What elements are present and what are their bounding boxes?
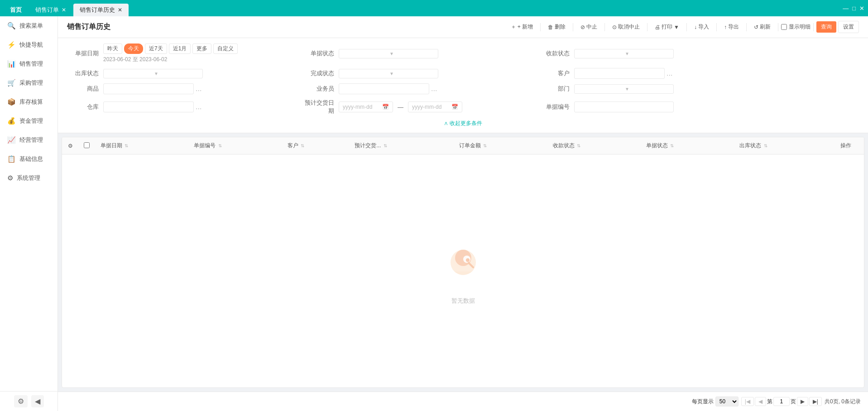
- date-btn-custom[interactable]: 自定义: [213, 44, 238, 54]
- prev-page-btn[interactable]: ◀: [755, 397, 766, 406]
- new-icon: ＋: [511, 23, 516, 31]
- col-out-status[interactable]: 出库状态 ⇅: [734, 137, 828, 155]
- sidebar-item-inventory-calc[interactable]: 📦 库存核算: [0, 92, 58, 111]
- payment-status-select[interactable]: ▼: [574, 49, 674, 58]
- col-expected-delivery[interactable]: 预计交货... ⇅: [349, 137, 454, 155]
- salesman-label: 业务员: [302, 85, 339, 93]
- sidebar-search[interactable]: 🔍 搜索菜单: [0, 16, 58, 35]
- col-bill-no[interactable]: 单据编号 ⇅: [188, 137, 282, 155]
- col-payment-status[interactable]: 收款状态 ⇅: [547, 137, 641, 155]
- sidebar-item-basic-info[interactable]: 📋 基础信息: [0, 150, 58, 169]
- goods-input[interactable]: [103, 83, 194, 94]
- tab-sales-order-history-close[interactable]: ✕: [118, 7, 122, 13]
- sidebar-item-quick-nav[interactable]: ⚡ 快捷导航: [0, 35, 58, 54]
- col-out-status-label: 出库状态: [739, 142, 761, 149]
- page-label-suffix: 页: [791, 398, 796, 406]
- per-page-select[interactable]: 50 10 20 100: [715, 396, 739, 406]
- department-select[interactable]: ▼: [574, 84, 674, 94]
- new-label: + 新增: [518, 23, 533, 31]
- out-status-select[interactable]: ▼: [103, 69, 203, 78]
- sidebar-item-sales-mgmt[interactable]: 📊 销售管理: [0, 54, 58, 73]
- print-icon: 🖨: [655, 24, 660, 30]
- sidebar-item-quick-nav-label: 快捷导航: [19, 41, 43, 49]
- sort-amount-icon: ⇅: [483, 143, 487, 148]
- date-to-input[interactable]: yyyy-mm-dd 📅: [408, 102, 462, 112]
- goods-picker[interactable]: ...: [196, 85, 201, 93]
- col-check[interactable]: [78, 137, 95, 155]
- tab-home[interactable]: 首页: [4, 4, 28, 16]
- suspend-button[interactable]: ⊘ 中止: [576, 21, 602, 33]
- sidebar-collapse-btn[interactable]: ◀: [31, 395, 44, 407]
- col-customer-label: 客户: [288, 142, 298, 149]
- settings-button[interactable]: 设置: [838, 21, 859, 33]
- col-bill-no-label: 单据编号: [194, 142, 216, 149]
- refresh-button[interactable]: ↺ 刷新: [749, 21, 775, 33]
- last-page-btn[interactable]: ▶|: [809, 397, 822, 406]
- sidebar-settings-btn[interactable]: ⚙: [14, 395, 28, 407]
- col-bill-status[interactable]: 单据状态 ⇅: [641, 137, 734, 155]
- date-btn-yesterday[interactable]: 昨天: [103, 44, 122, 54]
- tab-sales-order-close[interactable]: ✕: [62, 7, 66, 13]
- query-button[interactable]: 查询: [816, 21, 836, 33]
- col-bill-date[interactable]: 单据日期 ⇅: [95, 137, 188, 155]
- delete-button[interactable]: 🗑 删除: [543, 21, 570, 33]
- window-maximize[interactable]: □: [852, 5, 856, 12]
- current-page-input[interactable]: [773, 397, 790, 406]
- sidebar-item-purchase-mgmt[interactable]: 🛒 采购管理: [0, 73, 58, 92]
- sidebar-item-operation-mgmt-label: 经营管理: [19, 136, 43, 144]
- print-button[interactable]: 🖨 打印 ▼: [650, 21, 684, 33]
- bill-status-arrow: ▼: [389, 51, 434, 56]
- sidebar-item-inventory-calc-label: 库存核算: [19, 98, 43, 106]
- collapse-conditions[interactable]: ∧ 收起更多条件: [67, 120, 859, 127]
- refresh-icon: ↺: [754, 24, 758, 30]
- date-from-input[interactable]: yyyy-mm-dd 📅: [339, 102, 393, 112]
- import-button[interactable]: ↓ 导入: [690, 21, 714, 33]
- col-order-amount[interactable]: 订单金额 ⇅: [454, 137, 547, 155]
- sidebar-item-operation-mgmt[interactable]: 📈 经营管理: [0, 131, 58, 150]
- warehouse-label: 仓库: [67, 103, 103, 111]
- empty-illustration: [441, 237, 486, 291]
- tab-sales-order[interactable]: 销售订单 ✕: [29, 4, 72, 16]
- bill-no-input[interactable]: [574, 102, 674, 112]
- sys-mgmt-icon: ⚙: [7, 174, 13, 182]
- bill-status-select[interactable]: ▼: [339, 49, 438, 58]
- complete-status-select[interactable]: ▼: [339, 69, 438, 78]
- display-detail-checkbox[interactable]: [781, 24, 787, 30]
- export-button[interactable]: ↑ 导出: [719, 21, 743, 33]
- sidebar: 🔍 搜索菜单 ⚡ 快捷导航 📊 销售管理 🛒 采购管理 📦 库存核算 💰 资金管…: [0, 16, 58, 411]
- cancel-suspend-button[interactable]: ⊙ 取消中止: [608, 21, 644, 33]
- salesman-picker[interactable]: ...: [431, 85, 437, 93]
- first-page-btn[interactable]: |◀: [741, 397, 754, 406]
- bill-no-label: 单据编号: [538, 103, 574, 111]
- col-customer[interactable]: 客户 ⇅: [282, 137, 349, 155]
- next-page-btn[interactable]: ▶: [797, 397, 808, 406]
- sidebar-item-capital-mgmt[interactable]: 💰 资金管理: [0, 111, 58, 131]
- complete-status-arrow: ▼: [389, 71, 434, 76]
- date-btn-7days[interactable]: 近7天: [145, 44, 167, 54]
- import-label: 导入: [698, 23, 709, 31]
- col-settings[interactable]: ⚙: [62, 137, 78, 155]
- content-area: 销售订单历史 ＋ + 新增 🗑 删除 ⊘ 中止 ⊙: [58, 16, 868, 411]
- date-btn-more[interactable]: 更多: [192, 44, 211, 54]
- expected-date-label: 预计交货日期: [302, 99, 339, 115]
- warehouse-picker[interactable]: ...: [196, 103, 201, 111]
- new-button[interactable]: ＋ + 新增: [506, 21, 537, 33]
- complete-status-label: 完成状态: [302, 69, 339, 77]
- customer-input[interactable]: [574, 68, 665, 79]
- sidebar-item-sys-mgmt[interactable]: ⚙ 系统管理: [0, 169, 58, 188]
- sidebar-item-sales-mgmt-label: 销售管理: [19, 60, 43, 68]
- toolbar-divider-6: [716, 23, 717, 31]
- date-btn-today[interactable]: 今天: [124, 44, 143, 54]
- tab-sales-order-history[interactable]: 销售订单历史 ✕: [73, 4, 129, 16]
- purchase-mgmt-icon: 🛒: [7, 79, 16, 87]
- display-detail-toggle[interactable]: 显示明细: [781, 23, 810, 31]
- department-label: 部门: [538, 85, 574, 93]
- customer-picker[interactable]: ...: [667, 69, 672, 77]
- window-minimize[interactable]: —: [843, 5, 849, 12]
- window-close[interactable]: ✕: [859, 5, 864, 12]
- salesman-input[interactable]: [339, 83, 429, 94]
- warehouse-input[interactable]: [103, 102, 194, 112]
- date-btn-1month[interactable]: 近1月: [169, 44, 191, 54]
- select-all-checkbox[interactable]: [84, 142, 90, 148]
- sort-out-status-icon: ⇅: [764, 143, 767, 148]
